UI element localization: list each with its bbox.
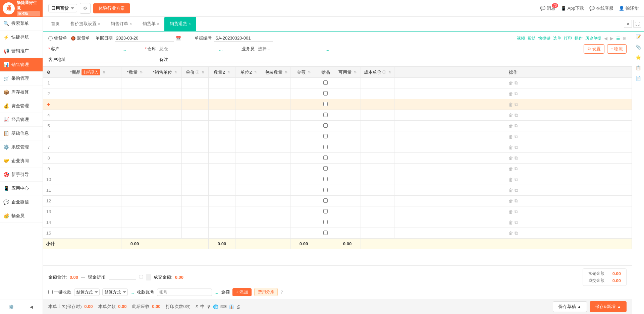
date-input[interactable] <box>115 35 174 42</box>
settlement-method-select[interactable]: 结算方式 <box>74 289 100 296</box>
pack-cell-1[interactable] <box>262 78 290 88</box>
footer-icon7[interactable]: 🖨 <box>236 304 240 309</box>
gift-checkbox-6[interactable] <box>323 134 328 138</box>
gift-checkbox-10[interactable] <box>323 177 328 181</box>
grid-view-icon[interactable]: ⊞ <box>623 36 627 41</box>
gift-checkbox-13[interactable] <box>323 209 328 213</box>
cash-info-icon[interactable]: ⓘ <box>139 274 143 280</box>
price-cell-6[interactable] <box>182 131 209 142</box>
price-cell-10[interactable] <box>182 174 209 185</box>
goods-cell-3[interactable] <box>54 99 121 110</box>
logistics-btn[interactable]: + 物流 <box>607 44 627 54</box>
avail-cell-2[interactable] <box>334 88 361 99</box>
video-link[interactable]: 视频 <box>517 36 525 41</box>
avail-cell-12[interactable] <box>334 196 361 206</box>
gift-cell-13[interactable] <box>317 206 334 217</box>
copy-icon-14[interactable]: ⧉ <box>515 219 518 225</box>
avail-cell-6[interactable] <box>334 131 361 142</box>
unit2-cell-7[interactable] <box>235 142 262 153</box>
tab-home[interactable]: 首页 <box>46 17 65 32</box>
right-panel-attachment[interactable]: 📎 <box>636 45 641 50</box>
avail-cell-11[interactable] <box>334 185 361 196</box>
gift-cell-1[interactable] <box>317 78 334 88</box>
cost-cell-2[interactable] <box>361 88 394 99</box>
goods-cell-10[interactable] <box>54 174 121 185</box>
amount-cell-13[interactable] <box>290 206 317 217</box>
cost-cell-15[interactable] <box>361 228 394 239</box>
sidebar-item-finance[interactable]: 💰资金管理 <box>0 99 43 113</box>
amount-cell-9[interactable] <box>290 164 317 174</box>
address-ellipsis[interactable]: ... <box>137 57 141 62</box>
goods-input-1[interactable] <box>56 81 119 85</box>
cost-cell-6[interactable] <box>361 131 394 142</box>
list-view-icon[interactable]: ☰ <box>616 36 620 41</box>
copy-icon-12[interactable]: ⧉ <box>515 198 518 204</box>
qty2-cell-7[interactable] <box>209 142 235 153</box>
cost-cell-1[interactable] <box>361 78 394 88</box>
qty2-cell-4[interactable] <box>209 110 235 121</box>
copy-icon-1[interactable]: ⧉ <box>515 80 518 86</box>
copy-icon-6[interactable]: ⧉ <box>515 134 518 139</box>
gift-checkbox-3[interactable] <box>323 102 328 106</box>
gift-cell-7[interactable] <box>317 142 334 153</box>
goods-input-11[interactable] <box>56 188 119 193</box>
pack-cell-6[interactable] <box>262 131 290 142</box>
save-draft-btn[interactable]: 保存草稿 ▲ <box>553 301 587 312</box>
radio-sale-input[interactable] <box>48 36 53 41</box>
goods-cell-1[interactable] <box>54 78 121 88</box>
cost-cell-7[interactable] <box>361 142 394 153</box>
price-sort-icon[interactable]: ⇅ <box>202 70 204 74</box>
gift-checkbox-12[interactable] <box>323 198 328 203</box>
amount-cell-2[interactable] <box>290 88 317 99</box>
unit2-cell-13[interactable] <box>235 206 262 217</box>
goods-input-8[interactable] <box>56 156 119 161</box>
header-gear-btn[interactable]: ⚙ <box>80 3 91 14</box>
cost-cell-9[interactable] <box>361 164 394 174</box>
goods-cell-9[interactable] <box>54 164 121 174</box>
qty-cell-12[interactable] <box>121 196 148 206</box>
unit-cell-5[interactable] <box>148 121 182 131</box>
radio-return-input[interactable] <box>71 36 75 41</box>
gift-cell-12[interactable] <box>317 196 334 206</box>
amount-cell-10[interactable] <box>290 174 317 185</box>
amount-cell-4[interactable] <box>290 110 317 121</box>
gift-checkbox-2[interactable] <box>323 91 328 96</box>
exp-btn[interactable]: 体验行业方案 <box>93 3 130 13</box>
tab-sale-order[interactable]: 销售订单× <box>105 17 137 32</box>
cost-cell-8[interactable] <box>361 153 394 164</box>
goods-cell-7[interactable] <box>54 142 121 153</box>
gift-cell-9[interactable] <box>317 164 334 174</box>
qty-cell-11[interactable] <box>121 185 148 196</box>
gift-cell-15[interactable] <box>317 228 334 239</box>
goods-input-4[interactable] <box>56 113 119 118</box>
qty-cell-2[interactable] <box>121 88 148 99</box>
avail-cell-7[interactable] <box>334 142 361 153</box>
copy-icon-3[interactable]: ⧉ <box>515 102 518 107</box>
qty2-cell-8[interactable] <box>209 153 235 164</box>
save-new-btn[interactable]: 保存&新增 ▲ <box>590 301 627 312</box>
qty-cell-8[interactable] <box>121 153 148 164</box>
amount-cell-8[interactable] <box>290 153 317 164</box>
avail-cell-15[interactable] <box>334 228 361 239</box>
one-click-payment-checkbox[interactable] <box>48 290 53 294</box>
unit-cell-7[interactable] <box>148 142 182 153</box>
gift-checkbox-8[interactable] <box>323 155 328 160</box>
unit-cell-2[interactable] <box>148 88 182 99</box>
delete-icon-15[interactable]: 🗑 <box>508 231 513 236</box>
avail-cell-1[interactable] <box>334 78 361 88</box>
goods-cell-11[interactable] <box>54 185 121 196</box>
delete-icon-5[interactable]: 🗑 <box>508 123 513 129</box>
print-link[interactable]: 打印 <box>564 36 572 41</box>
settings-icon[interactable]: ⚙ <box>47 70 51 75</box>
unit-cell-1[interactable] <box>148 78 182 88</box>
qty-cell-10[interactable] <box>121 174 148 185</box>
salesperson-input[interactable] <box>257 46 324 52</box>
goods-input-14[interactable] <box>56 220 119 225</box>
radio-sale[interactable]: 销货单 <box>48 35 67 41</box>
right-panel-note[interactable]: 📝 <box>636 34 641 39</box>
delete-icon-3[interactable]: 🗑 <box>508 102 513 107</box>
message-btn[interactable]: 💬 消息 70 <box>540 5 555 11</box>
footer-icon4[interactable]: 🌐 <box>213 304 218 309</box>
pack-cell-12[interactable] <box>262 196 290 206</box>
gift-checkbox-14[interactable] <box>323 220 328 224</box>
